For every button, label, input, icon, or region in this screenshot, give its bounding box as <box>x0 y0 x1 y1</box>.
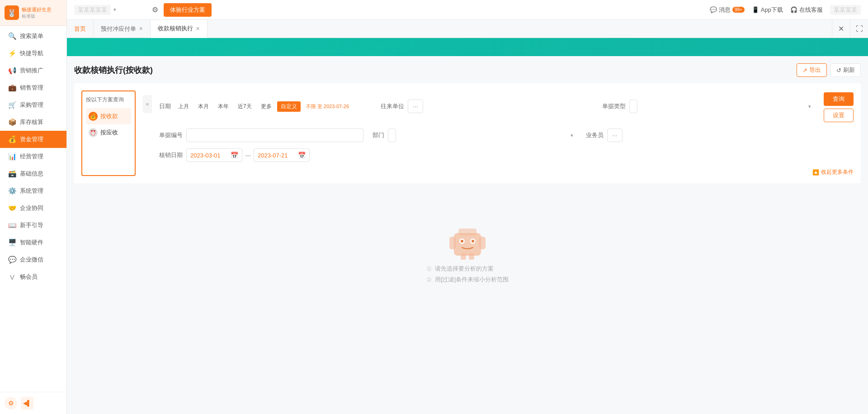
export-icon: ↗ <box>802 67 807 74</box>
teal-bar <box>67 38 868 56</box>
nav-icon-1: ⚡ <box>8 49 16 57</box>
date-last-month[interactable]: 上月 <box>175 101 193 112</box>
tab-prepay-close[interactable]: ✕ <box>139 26 143 32</box>
page-content: 收款核销执行(按收款) ↗ 导出 ↺ 刷新 按以下方案查询 <box>67 38 868 414</box>
nav-icon-3: 💼 <box>8 84 16 92</box>
dept-field: 部门 <box>373 128 577 142</box>
mobile-icon: 📱 <box>752 6 759 13</box>
nav-icon-10: 🤝 <box>8 204 16 212</box>
writeoff-start-input[interactable]: 📅 <box>186 148 242 162</box>
tab-prepay[interactable]: 预付冲应付单 ✕ <box>94 20 151 38</box>
empty-state: ① 请先选择要分析的方案 ② 用[过滤]条件来缩小分析范围 <box>74 183 861 320</box>
filter-row-3: 核销日期 📅 — 📅 <box>159 148 854 162</box>
writeoff-date-field: 核销日期 📅 — 📅 <box>159 148 854 162</box>
writeoff-end-input[interactable]: 📅 <box>254 148 310 162</box>
collapse-more-btn[interactable]: 🔼 收起更多条件 <box>159 168 854 176</box>
calendar-end-icon[interactable]: 📅 <box>298 152 306 159</box>
sidebar-item-新手引导[interactable]: 📖新手引导 <box>0 217 66 234</box>
sidebar-item-采购管理[interactable]: 🛒采购管理 <box>0 96 66 114</box>
sidebar-item-搜索菜单[interactable]: 🔍搜索菜单 <box>0 28 66 45</box>
dept-select[interactable] <box>388 128 396 142</box>
receivable-icon: ⏰ <box>89 128 98 137</box>
sidebar-item-企业协同[interactable]: 🤝企业协同 <box>0 200 66 217</box>
sidebar-logo: 🐰 畅捷通好生意 标准版 <box>0 0 66 26</box>
msg-btn[interactable]: 💬 消息 99+ <box>710 6 745 14</box>
writeoff-date-label: 核销日期 <box>159 151 183 159</box>
nav-icon-12: 🖥️ <box>8 238 16 247</box>
counterpart-field: 往来单位 ··· <box>381 100 593 113</box>
msg-badge: 99+ <box>732 7 745 13</box>
nav-icon-11: 📖 <box>8 221 16 229</box>
receipt-icon: 💰 <box>89 112 98 121</box>
writeoff-date-inputs: 📅 — 📅 <box>186 148 854 162</box>
sidebar-item-销售管理[interactable]: 💼销售管理 <box>0 79 66 96</box>
filter-option-by-receipt[interactable]: 💰 按收款 <box>86 108 131 124</box>
docno-input[interactable] <box>186 128 363 142</box>
query-btns: 查询 设置 <box>824 92 854 122</box>
sidebar-item-资金管理[interactable]: 💰资金管理 <box>0 131 66 148</box>
salesman-dots-btn[interactable]: ··· <box>607 128 623 142</box>
svg-rect-3 <box>479 237 486 249</box>
tab-expand-btn[interactable]: ⛶ <box>850 20 868 38</box>
sidebar-item-基础信息[interactable]: 🗃️基础信息 <box>0 165 66 182</box>
sidebar-item-畅会员[interactable]: V畅会员 <box>0 268 66 286</box>
sidebar-item-快捷导航[interactable]: ⚡快捷导航 <box>0 45 66 62</box>
online-service-btn[interactable]: 🎧 在线客服 <box>790 6 823 14</box>
topbar-right: 💬 消息 99+ 📱 App下载 🎧 在线客服 某某某某 <box>710 5 861 15</box>
export-btn[interactable]: ↗ 导出 <box>797 63 827 77</box>
tab-writeoff-close[interactable]: ✕ <box>196 26 200 32</box>
sidebar-item-经营管理[interactable]: 📊经营管理 <box>0 148 66 165</box>
writeoff-start-value[interactable] <box>190 152 229 159</box>
salesman-label: 业务员 <box>586 131 604 139</box>
svg-point-8 <box>461 240 463 243</box>
nav-icon-4: 🛒 <box>8 101 16 109</box>
nav-icon-9: ⚙️ <box>8 187 16 195</box>
sidebar-item-智能硬件[interactable]: 🖥️智能硬件 <box>0 234 66 251</box>
svg-rect-4 <box>461 253 466 260</box>
filter-option-by-receivable[interactable]: ⏰ 按应收 <box>86 124 131 141</box>
collapse-more-icon: 🔼 <box>812 169 819 176</box>
nav-icon-6: 💰 <box>8 135 16 143</box>
date-this-month[interactable]: 本月 <box>194 101 212 112</box>
nav-icon-5: 📦 <box>8 118 16 126</box>
date-7days[interactable]: 近7天 <box>234 101 255 112</box>
date-this-year[interactable]: 本年 <box>214 101 232 112</box>
tab-writeoff[interactable]: 收款核销执行 ✕ <box>151 20 208 38</box>
sidebar-item-库存核算[interactable]: 📦库存核算 <box>0 114 66 131</box>
app-download-btn[interactable]: 📱 App下载 <box>752 6 783 14</box>
doctype-select[interactable] <box>629 100 637 113</box>
query-btn[interactable]: 查询 <box>824 92 854 106</box>
date-options: 上月 本月 本年 近7天 更多 自定义 <box>175 101 301 112</box>
logo-text: 畅捷通好生意 标准版 <box>22 6 52 19</box>
doctype-label: 单据类型 <box>602 102 626 110</box>
sidebar-nav: 🔍搜索菜单⚡快捷导航📢营销推广💼销售管理🛒采购管理📦库存核算💰资金管理📊经营管理… <box>0 26 66 392</box>
calendar-start-icon[interactable]: 📅 <box>231 152 238 159</box>
tabs-bar: 首页 预付冲应付单 ✕ 收款核销执行 ✕ ✕ ⛶ <box>67 20 868 38</box>
filter-sidebar: 按以下方案查询 💰 按收款 ⏰ 按应收 <box>81 90 136 176</box>
sidebar-collapse-btn[interactable]: ◀▌ <box>21 397 33 409</box>
tab-home[interactable]: 首页 <box>67 20 94 38</box>
settings-btn[interactable]: 设置 <box>824 109 854 122</box>
sidebar-item-营销推广[interactable]: 📢营销推广 <box>0 62 66 79</box>
counterpart-dots-btn[interactable]: ··· <box>408 100 423 113</box>
sidebar-item-企业微信[interactable]: 💬企业微信 <box>0 251 66 268</box>
settings-icon[interactable]: ⚙ <box>5 397 17 409</box>
nav-icon-14: V <box>8 273 16 281</box>
gear-icon[interactable]: ⚙ <box>152 5 158 14</box>
page-header: 收款核销执行(按收款) ↗ 导出 ↺ 刷新 <box>74 63 861 77</box>
nav-icon-2: 📢 <box>8 67 16 75</box>
tab-close-btn[interactable]: ✕ <box>832 20 850 38</box>
main-area: 某某某某某 ▾ ⚙ 体验行业方案 💬 消息 99+ 📱 App下载 🎧 在线客服… <box>67 0 868 414</box>
filter-sidebar-title: 按以下方案查询 <box>86 96 131 104</box>
user-display[interactable]: 某某某某 <box>830 5 861 15</box>
date-custom[interactable]: 自定义 <box>277 101 301 112</box>
page-actions: ↗ 导出 ↺ 刷新 <box>797 63 861 77</box>
date-range-dash: — <box>245 152 251 159</box>
sidebar-item-系统管理[interactable]: ⚙️系统管理 <box>0 182 66 200</box>
date-more[interactable]: 更多 <box>257 101 275 112</box>
writeoff-end-value[interactable] <box>258 152 296 159</box>
solution-btn[interactable]: 体验行业方案 <box>164 3 212 17</box>
filter-collapse-btn[interactable]: « <box>143 95 152 113</box>
refresh-btn[interactable]: ↺ 刷新 <box>830 63 861 77</box>
chevron-down-icon[interactable]: ▾ <box>113 7 116 13</box>
